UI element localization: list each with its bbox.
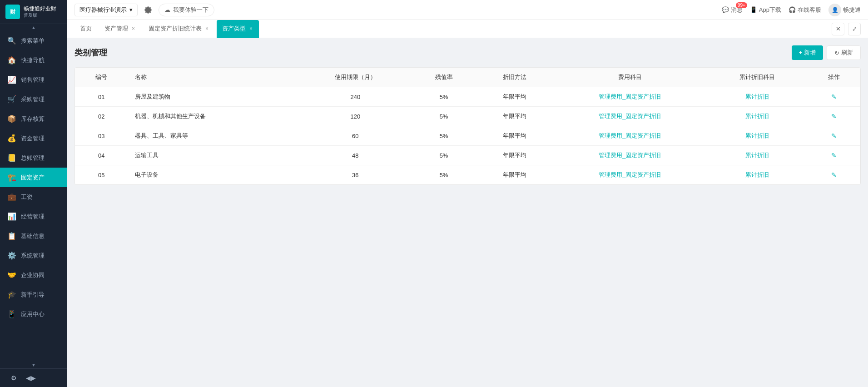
cell-expense: 管理费用_固定资产折旧 [553,107,707,126]
edit-btn[interactable]: ✎ [831,152,837,159]
cell-action: ✎ [808,165,860,185]
tab-close-current-btn[interactable]: ✕ [832,23,844,35]
cell-residual: 5% [412,87,476,107]
topbar: 医疗器械行业演示 ▾ ☁ 我要体验一下 💬 消息 99+ 📱 [67,0,868,20]
sidebar-item-inventory[interactable]: 📦 库存核算 [0,109,67,129]
scroll-up-arrow[interactable]: ▲ [31,25,36,30]
accumulated-link[interactable]: 累计折旧 [745,132,769,139]
sidebar-item-sales[interactable]: 📈 销售管理 [0,70,67,89]
tab-asset-management-close[interactable]: × [131,25,136,33]
message-badge: 99+ [736,2,747,8]
col-expense: 费用科目 [553,68,707,87]
sidebar-item-label: 资金管理 [21,134,45,143]
customer-service-icon: 🎧 [789,6,796,13]
main-area: 医疗器械行业演示 ▾ ☁ 我要体验一下 💬 消息 99+ 📱 [67,0,868,387]
accumulated-link[interactable]: 累计折旧 [745,152,769,159]
expense-link[interactable]: 管理费用_固定资产折旧 [599,152,661,159]
tab-asset-type[interactable]: 资产类型 × [217,20,259,38]
tab-home[interactable]: 首页 [74,20,97,38]
expense-link[interactable]: 管理费用_固定资产折旧 [599,132,661,139]
message-btn[interactable]: 💬 消息 99+ [722,6,743,14]
operations-icon: 📊 [7,212,16,221]
user-label: 畅捷通 [843,6,861,14]
col-residual: 残值率 [412,68,476,87]
edit-btn[interactable]: ✎ [831,113,837,120]
cell-name: 器具、工具、家具等 [128,126,299,146]
enterprise-icon: 🤝 [7,271,16,279]
cell-expense: 管理费用_固定资产折旧 [553,87,707,107]
customer-service-btn[interactable]: 🎧 在线客服 [789,6,821,14]
sidebar-item-purchase[interactable]: 🛒 采购管理 [0,89,67,109]
col-period: 使用期限（月） [299,68,412,87]
sidebar-item-label: 库存核算 [21,115,45,123]
expense-link[interactable]: 管理费用_固定资产折旧 [599,113,661,119]
accumulated-link[interactable]: 累计折旧 [745,113,769,119]
cell-name: 电子设备 [128,165,299,185]
table-row: 03 器具、工具、家具等 60 5% 年限平均 管理费用_固定资产折旧 累计折旧… [75,126,860,146]
tab-asset-type-label: 资产类型 [222,25,246,33]
payroll-icon: 💼 [7,193,16,201]
refresh-btn[interactable]: ↻ 刷新 [827,45,861,60]
cell-action: ✎ [808,107,860,126]
tabs-bar: 首页 资产管理 × 固定资产折旧统计表 × 资产类型 × ✕ ⤢ [67,20,868,38]
experience-btn[interactable]: ☁ 我要体验一下 [159,4,214,16]
sidebar-item-label: 经营管理 [21,213,45,221]
app-selector[interactable]: 医疗器械行业演示 ▾ [74,4,138,16]
sidebar-item-enterprise[interactable]: 🤝 企业协同 [0,265,67,285]
edit-btn[interactable]: ✎ [831,93,837,100]
sidebar-item-ledger[interactable]: 📒 总账管理 [0,148,67,168]
tab-depreciation-stats[interactable]: 固定资产折旧统计表 × [143,20,215,38]
cell-code: 05 [75,165,128,185]
guide-icon: 🎓 [7,290,16,299]
sidebar-item-quick-nav[interactable]: 🏠 快捷导航 [0,50,67,70]
sidebar-item-search[interactable]: 🔍 搜索菜单 [0,31,67,50]
ledger-icon: 📒 [7,154,16,162]
tabs-bar-right: ✕ ⤢ [832,23,861,35]
sidebar-item-label: 系统管理 [21,252,45,260]
collapse-btn[interactable]: ◀▶ [22,372,40,383]
cell-residual: 5% [412,146,476,165]
col-name: 名称 [128,68,299,87]
cell-method: 年限平均 [476,107,553,126]
settings-btn[interactable]: ⚙ [7,372,20,383]
table-row: 01 房屋及建筑物 240 5% 年限平均 管理费用_固定资产折旧 累计折旧 ✎ [75,87,860,107]
sidebar-item-label: 新手引导 [21,291,45,299]
sidebar-item-operations[interactable]: 📊 经营管理 [0,207,67,226]
sidebar-item-label: 基础信息 [21,232,45,240]
col-code: 编号 [75,68,128,87]
app-settings-btn[interactable] [141,3,155,17]
sidebar-item-system[interactable]: ⚙️ 系统管理 [0,246,67,265]
sidebar-item-capital[interactable]: 💰 资金管理 [0,129,67,148]
accumulated-link[interactable]: 累计折旧 [745,93,769,100]
app-download-btn[interactable]: 📱 App下载 [750,6,781,14]
user-btn[interactable]: 👤 畅捷通 [828,4,861,16]
tab-asset-management[interactable]: 资产管理 × [99,20,141,38]
scroll-down-arrow[interactable]: ▼ [31,362,36,367]
cell-method: 年限平均 [476,87,553,107]
tab-asset-type-close[interactable]: × [248,25,253,33]
sidebar-item-payroll[interactable]: 💼 工资 [0,187,67,207]
sidebar-item-basic-info[interactable]: 📋 基础信息 [0,226,67,246]
inventory-icon: 📦 [7,114,16,123]
sidebar-item-label: 采购管理 [21,95,45,104]
edit-btn[interactable]: ✎ [831,171,837,179]
expense-link[interactable]: 管理费用_固定资产折旧 [599,93,661,100]
edit-btn[interactable]: ✎ [831,132,837,139]
sidebar-item-guide[interactable]: 🎓 新手引导 [0,285,67,304]
new-btn[interactable]: + 新增 [792,45,823,60]
cell-code: 01 [75,87,128,107]
sidebar-item-apps[interactable]: 📱 应用中心 [0,304,67,324]
cell-period: 60 [299,126,412,146]
tab-depreciation-stats-close[interactable]: × [204,25,209,33]
accumulated-link[interactable]: 累计折旧 [745,171,769,178]
table-header-row: 编号 名称 使用期限（月） 残值率 折旧方法 费用科目 累计折旧科目 操作 [75,68,860,87]
table-row: 05 电子设备 36 5% 年限平均 管理费用_固定资产折旧 累计折旧 ✎ [75,165,860,185]
sidebar: 财 畅捷通好业财 普及版 ▲ 🔍 搜索菜单 🏠 快捷导航 📈 销售管理 🛒 采购… [0,0,67,387]
expense-link[interactable]: 管理费用_固定资产折旧 [599,171,661,178]
cell-code: 02 [75,107,128,126]
cell-expense: 管理费用_固定资产折旧 [553,165,707,185]
tab-expand-btn[interactable]: ⤢ [848,23,861,35]
avatar: 👤 [828,4,841,16]
sidebar-item-fixed-assets[interactable]: 🏗️ 固定资产 [0,168,67,187]
sidebar-item-label: 应用中心 [21,310,45,318]
